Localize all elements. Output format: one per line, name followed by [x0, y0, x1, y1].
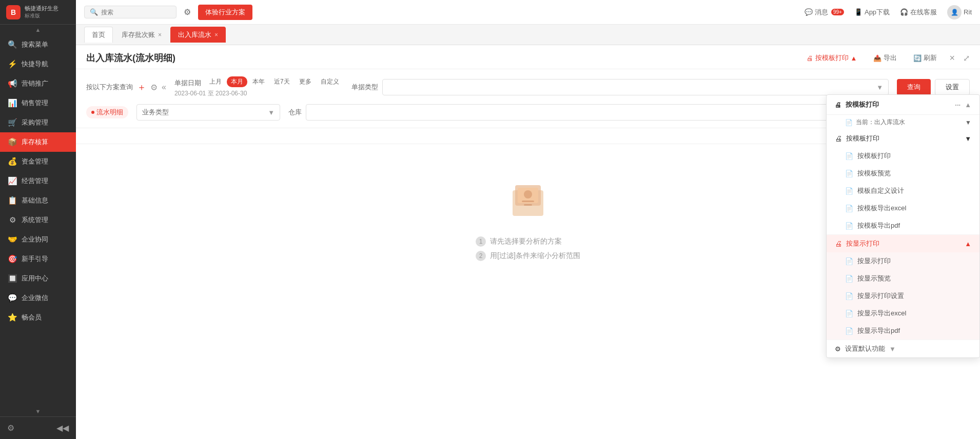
footer-collapse-icon[interactable]: ◀◀	[56, 423, 69, 433]
wechat-icon: 💬	[7, 293, 17, 303]
tab-batch-account[interactable]: 库存批次账 ×	[114, 27, 169, 43]
sidebar-item-inventory[interactable]: 📦 库存核算	[0, 132, 76, 152]
dropdown-item-display-preview[interactable]: 📄 按显示预览	[827, 270, 979, 287]
dropdown-item-template-export-excel[interactable]: 📄 按模板导出excel	[827, 199, 979, 217]
close-icon[interactable]: ×	[949, 53, 955, 64]
sidebar-item-sales[interactable]: 📊 销售管理	[0, 93, 76, 113]
sidebar-item-finance[interactable]: 💰 资金管理	[0, 152, 76, 171]
date-tab-7days[interactable]: 近7天	[270, 76, 294, 87]
dropdown-item-display-print[interactable]: 📄 按显示打印	[827, 252, 979, 270]
item-label: 模板自定义设计	[857, 186, 904, 195]
refresh-icon: 🔄	[913, 54, 922, 62]
item-label: 按显示打印设置	[857, 291, 904, 301]
current-label: 当前：出入库流水	[856, 118, 905, 127]
filter-collapse-icon[interactable]: «	[162, 83, 166, 92]
filter-tag-dot	[91, 111, 94, 114]
message-icon: 💬	[805, 8, 813, 16]
display-section-icon: 🖨	[835, 240, 842, 248]
tab-batch-account-close[interactable]: ×	[158, 31, 162, 38]
message-button[interactable]: 💬 消息 99+	[805, 8, 844, 17]
dropdown-item-template-export-pdf[interactable]: 📄 按模板导出pdf	[827, 217, 979, 234]
sidebar-item-label: 经营管理	[22, 176, 48, 186]
tab-inventory-flow-label: 出入库流水	[178, 30, 211, 39]
topbar-right: 💬 消息 99+ 📱 App下载 🎧 在线客服 👤 Rit	[805, 5, 972, 19]
chevron-up-icon: ▲	[851, 54, 857, 62]
doc-icon: 📄	[845, 310, 853, 317]
dropdown-more-icon[interactable]: ···	[955, 101, 961, 109]
tab-inventory-flow-close[interactable]: ×	[214, 31, 218, 38]
type-select[interactable]: ▼	[382, 79, 889, 95]
sidebar-item-quick-nav[interactable]: ⚡ 快捷导航	[0, 54, 76, 74]
operations-icon: 📈	[7, 176, 17, 186]
sidebar-item-basic-info[interactable]: 📋 基础信息	[0, 191, 76, 210]
settings-button[interactable]: 设置	[935, 79, 970, 95]
topbar-settings-icon[interactable]: ⚙	[182, 5, 193, 19]
dropdown-footer[interactable]: ⚙ 设置默认功能 ▼	[827, 340, 979, 357]
sidebar-item-app-center[interactable]: 🔲 应用中心	[0, 269, 76, 288]
doc-icon: 📄	[845, 222, 853, 230]
dropdown-item-template-custom-design[interactable]: 📄 模板自定义设计	[827, 182, 979, 199]
tab-batch-account-label: 库存批次账	[122, 30, 155, 39]
download-icon: 📱	[854, 8, 863, 16]
membership-icon: ⭐	[7, 313, 17, 322]
sidebar-scroll-up[interactable]: ▲	[0, 25, 76, 35]
tab-inventory-flow[interactable]: 出入库流水 ×	[170, 27, 226, 43]
biz-type-select[interactable]: 业务类型 ▼	[136, 104, 280, 121]
tab-home[interactable]: 首页	[84, 27, 113, 43]
refresh-button[interactable]: 🔄 刷新	[909, 51, 941, 65]
refresh-label: 刷新	[924, 53, 937, 63]
quick-nav-icon: ⚡	[7, 59, 17, 69]
industry-solution-button[interactable]: 体验行业方案	[198, 5, 252, 20]
date-tab-more[interactable]: 更多	[295, 76, 316, 87]
dropdown-item-template-print[interactable]: 📄 按模板打印	[827, 147, 979, 165]
sidebar-item-purchase[interactable]: 🛒 采购管理	[0, 113, 76, 132]
item-label: 按模板打印	[857, 151, 891, 161]
date-tab-custom[interactable]: 自定义	[317, 76, 343, 87]
app-download-button[interactable]: 📱 App下载	[854, 8, 890, 17]
expand-icon[interactable]: ⤢	[963, 53, 970, 63]
dropdown-item-display-print-settings[interactable]: 📄 按显示打印设置	[827, 287, 979, 305]
date-tab-this-year[interactable]: 本年	[248, 76, 269, 87]
sidebar-item-operations[interactable]: 📈 经营管理	[0, 171, 76, 191]
filter-settings-icon[interactable]: ⚙	[150, 83, 158, 92]
template-section-arrow: ▼	[965, 135, 971, 143]
display-section-label: 按显示打印	[846, 239, 879, 248]
sidebar: B 畅捷通好生意 标准版 ▲ 🔍 搜索菜单 ⚡ 快捷导航 📢 营销推广 📊 销售…	[0, 0, 76, 439]
online-service-button[interactable]: 🎧 在线客服	[900, 8, 937, 17]
footer-label: 设置默认功能	[845, 344, 885, 353]
export-button[interactable]: 📤 导出	[869, 51, 901, 65]
dropdown-item-display-export-pdf[interactable]: 📄 按显示导出pdf	[827, 322, 979, 340]
export-icon: 📤	[873, 54, 881, 62]
item-label: 按模板导出excel	[857, 204, 906, 213]
user-profile[interactable]: 👤 Rit	[947, 5, 972, 19]
filter-add-icon[interactable]: ＋	[137, 81, 146, 93]
dropdown-display-section-header[interactable]: 🖨 按显示打印 ▲	[827, 235, 979, 252]
step-2-text: 用[过滤]条件来缩小分析范围	[490, 251, 580, 261]
dropdown-template-section-header[interactable]: 🖨 按模板打印 ▼	[827, 130, 979, 147]
dropdown-expand-icon[interactable]: ▲	[965, 101, 971, 109]
sidebar-item-marketing[interactable]: 📢 营销推广	[0, 74, 76, 93]
sidebar-item-system[interactable]: ⚙ 系统管理	[0, 210, 76, 230]
search-input[interactable]	[101, 9, 171, 16]
display-section-items: 📄 按显示打印 📄 按显示预览 📄 按显示打印设置 📄 按显示导出excel	[827, 252, 979, 340]
sidebar-scroll-down[interactable]: ▼	[0, 406, 76, 416]
content-header: 出入库流水(流水明细) 🖨 按模板打印 ▲ 📤 导出 🔄 刷新 × ⤢	[76, 45, 980, 69]
sidebar-item-search[interactable]: 🔍 搜索菜单	[0, 35, 76, 54]
print-template-button[interactable]: 🖨 按模板打印 ▲	[802, 51, 861, 65]
topbar-search-container[interactable]: 🔍	[84, 6, 177, 18]
query-button[interactable]: 查询	[897, 79, 931, 95]
date-tab-this-month[interactable]: 本月	[227, 76, 247, 87]
dropdown-item-template-preview[interactable]: 📄 按模板预览	[827, 165, 979, 182]
sidebar-item-label: 基础信息	[22, 196, 48, 205]
sidebar-item-membership[interactable]: ⭐ 畅会员	[0, 308, 76, 327]
date-tab-last-month[interactable]: 上月	[205, 76, 226, 87]
sidebar-item-onboarding[interactable]: 🎯 新手引导	[0, 249, 76, 269]
footer-settings-icon[interactable]: ⚙	[7, 423, 14, 433]
sidebar-item-wechat[interactable]: 💬 企业微信	[0, 288, 76, 308]
doc-icon: 📄	[845, 205, 853, 212]
logo-icon: B	[6, 5, 21, 19]
dropdown-item-display-export-excel[interactable]: 📄 按显示导出excel	[827, 305, 979, 322]
sidebar-item-collaboration[interactable]: 🤝 企业协同	[0, 230, 76, 249]
current-arrow: ▼	[965, 119, 971, 126]
dropdown-title: 按模板打印	[846, 100, 879, 109]
